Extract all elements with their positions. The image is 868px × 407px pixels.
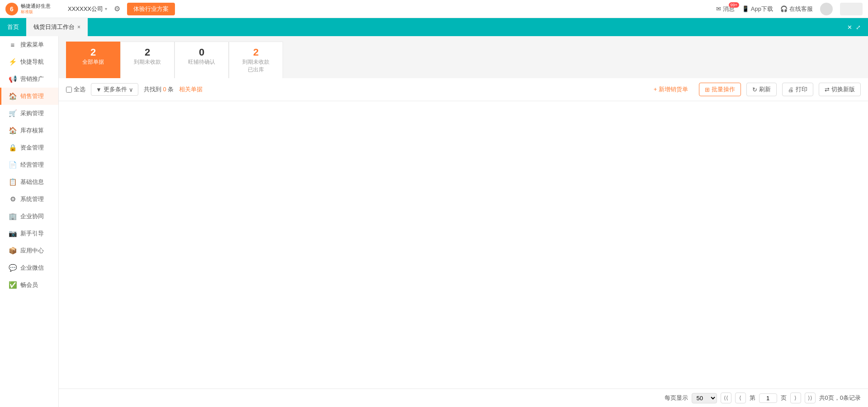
home-tab-label: 首页 bbox=[7, 23, 19, 31]
cooperation-icon: 🏢 bbox=[9, 212, 17, 220]
footer-pagination: 每页显示 50 20 100 ⟨⟨ ⟨ 第 页 ⟩ ⟩⟩ 共0页，0条记录 bbox=[59, 388, 868, 407]
select-all-input[interactable] bbox=[66, 87, 72, 93]
app-download-item[interactable]: 📱 App下载 bbox=[742, 5, 773, 13]
next-page-btn[interactable]: ⟩ bbox=[790, 393, 801, 403]
sidebar: ≡ 搜索菜单 ⚡ 快捷导航 📢 营销推广 🏠 销售管理 🛒 采购管理 🏠 库存核… bbox=[0, 36, 59, 407]
print-btn[interactable]: 🖨 打印 bbox=[782, 83, 813, 96]
main-layout: ≡ 搜索菜单 ⚡ 快捷导航 📢 营销推广 🏠 销售管理 🛒 采购管理 🏠 库存核… bbox=[0, 36, 868, 407]
sidebar-member-label: 畅会员 bbox=[20, 281, 38, 289]
switch-label: 切换新版 bbox=[831, 85, 855, 94]
sidebar-purchase-label: 采购管理 bbox=[20, 109, 44, 117]
stats-tab-overdue[interactable]: 2 到期未收款 bbox=[120, 42, 175, 78]
stats-tab-out-stock[interactable]: 2 到期未收款 已出库 bbox=[229, 42, 283, 78]
chevron-down-icon: ▾ bbox=[105, 6, 107, 11]
tab-expand-controls: ✕ ⤢ bbox=[847, 18, 868, 36]
stats-out-stock-count: 2 bbox=[238, 47, 274, 58]
tab-close-icon[interactable]: × bbox=[77, 24, 80, 30]
sidebar-item-capital[interactable]: 🔒 资金管理 bbox=[0, 139, 58, 156]
inventory-icon: 🏠 bbox=[9, 126, 17, 135]
sidebar-item-basic-info[interactable]: 📋 基础信息 bbox=[0, 173, 58, 191]
avatar[interactable] bbox=[820, 3, 833, 15]
system-icon: ⚙ bbox=[9, 195, 17, 203]
batch-op-btn[interactable]: ⊞ 批量操作 bbox=[699, 83, 741, 96]
trial-btn[interactable]: 体验行业方案 bbox=[127, 3, 175, 15]
toolbar: 全选 ▼ 更多条件 ∨ 共找到 0 条 相关单据 + 新增销货单 ⊞ 批 bbox=[59, 78, 868, 101]
logo-text-area: 畅捷通好生意 标准版 bbox=[21, 3, 51, 15]
marketing-icon: 📢 bbox=[9, 75, 17, 83]
close-window-icon[interactable]: ✕ bbox=[847, 24, 852, 31]
stats-overdue-label: 到期未收款 bbox=[130, 58, 165, 66]
filter-label: 更多条件 bbox=[104, 85, 127, 94]
switch-version-btn[interactable]: ⇄ 切换新版 bbox=[819, 83, 861, 96]
print-label: 打印 bbox=[796, 85, 807, 94]
select-all-checkbox[interactable]: 全选 bbox=[66, 85, 85, 94]
company-selector[interactable]: XXXXXX公司 ▾ bbox=[64, 5, 111, 13]
tab-workbench[interactable]: 钱货日清工作台 × bbox=[26, 18, 88, 36]
page-number-input[interactable] bbox=[759, 393, 777, 403]
online-service-item[interactable]: 🎧 在线客服 bbox=[780, 5, 813, 13]
maximize-icon[interactable]: ⤢ bbox=[856, 24, 861, 31]
company-name: XXXXXX公司 bbox=[68, 5, 103, 13]
stats-wangwang-count: 0 bbox=[184, 47, 219, 58]
sidebar-item-cooperation[interactable]: 🏢 企业协同 bbox=[0, 208, 58, 225]
sidebar-item-apps[interactable]: 📦 应用中心 bbox=[0, 242, 58, 259]
sidebar-item-operation[interactable]: 📄 经营管理 bbox=[0, 156, 58, 173]
sidebar-inventory-label: 库存核算 bbox=[20, 126, 44, 135]
sidebar-item-wechat[interactable]: 💬 企业微信 bbox=[0, 259, 58, 276]
page-suffix: 页 bbox=[781, 394, 787, 402]
logo-icon: 6 bbox=[5, 3, 18, 15]
stats-tab-wangwang[interactable]: 0 旺辅待确认 bbox=[175, 42, 229, 78]
user-name bbox=[840, 3, 863, 15]
logo-badge: 标准版 bbox=[21, 9, 51, 15]
sidebar-item-quick-nav[interactable]: ⚡ 快捷导航 bbox=[0, 53, 58, 70]
headset-icon: 🎧 bbox=[780, 5, 788, 12]
refresh-btn[interactable]: ↻ 刷新 bbox=[746, 83, 777, 96]
sidebar-item-system[interactable]: ⚙ 系统管理 bbox=[0, 191, 58, 208]
stats-out-stock-label: 到期未收款 已出库 bbox=[238, 58, 274, 74]
found-count: 0 bbox=[163, 86, 166, 93]
sidebar-item-search[interactable]: ≡ 搜索菜单 bbox=[0, 36, 58, 53]
topbar: 6 畅捷通好生意 标准版 XXXXXX公司 ▾ ⚙ 体验行业方案 ✉ 消息 99… bbox=[0, 0, 868, 18]
new-sales-btn[interactable]: + 新增销货单 bbox=[648, 83, 693, 96]
first-page-btn[interactable]: ⟨⟨ bbox=[721, 393, 731, 403]
stats-tab-all[interactable]: 2 全部单据 bbox=[66, 42, 120, 78]
sidebar-item-marketing[interactable]: 📢 营销推广 bbox=[0, 70, 58, 88]
last-page-btn[interactable]: ⟩⟩ bbox=[805, 393, 816, 403]
toolbar-right: + 新增销货单 ⊞ 批量操作 ↻ 刷新 🖨 打印 ⇄ 切换新版 bbox=[648, 83, 861, 96]
settings-icon[interactable]: ⚙ bbox=[111, 3, 123, 15]
wechat-icon: 💬 bbox=[9, 264, 17, 272]
total-info: 共0页，0条记录 bbox=[819, 394, 861, 402]
page-label: 第 bbox=[750, 394, 755, 402]
batch-icon: ⊞ bbox=[705, 86, 710, 93]
switch-icon: ⇄ bbox=[825, 86, 830, 93]
phone-icon: 📱 bbox=[742, 5, 749, 12]
sidebar-wechat-label: 企业微信 bbox=[20, 264, 44, 272]
sidebar-capital-label: 资金管理 bbox=[20, 144, 44, 152]
stats-all-label: 全部单据 bbox=[75, 58, 111, 66]
apps-icon: 📦 bbox=[9, 247, 17, 255]
prev-page-btn[interactable]: ⟨ bbox=[735, 393, 746, 403]
tab-home[interactable]: 首页 bbox=[0, 18, 26, 36]
stats-tabs: 2 全部单据 2 到期未收款 0 旺辅待确认 2 到期未收款 已出库 bbox=[59, 36, 868, 78]
sidebar-item-inventory[interactable]: 🏠 库存核算 bbox=[0, 122, 58, 139]
print-icon: 🖨 bbox=[788, 86, 794, 93]
sidebar-item-purchase[interactable]: 🛒 采购管理 bbox=[0, 105, 58, 122]
topbar-right: ✉ 消息 99+ 📱 App下载 🎧 在线客服 bbox=[716, 3, 863, 15]
filter-icon: ▼ bbox=[96, 86, 102, 93]
per-page-label: 每页显示 bbox=[665, 394, 688, 402]
per-page-select[interactable]: 50 20 100 bbox=[692, 393, 717, 403]
search-icon: ≡ bbox=[9, 41, 17, 49]
guide-icon: 📷 bbox=[9, 229, 17, 238]
content-area: 2 全部单据 2 到期未收款 0 旺辅待确认 2 到期未收款 已出库 bbox=[59, 36, 868, 407]
sidebar-item-member[interactable]: ✅ 畅会员 bbox=[0, 276, 58, 294]
filter-button[interactable]: ▼ 更多条件 ∨ bbox=[91, 83, 138, 96]
message-item[interactable]: ✉ 消息 99+ bbox=[716, 5, 735, 13]
quick-nav-icon: ⚡ bbox=[9, 58, 17, 66]
batch-label: 批量操作 bbox=[712, 85, 735, 94]
sidebar-basic-info-label: 基础信息 bbox=[20, 178, 44, 186]
sidebar-item-sales[interactable]: 🏠 销售管理 bbox=[0, 88, 58, 105]
sidebar-item-guide[interactable]: 📷 新手引导 bbox=[0, 225, 58, 242]
refresh-label: 刷新 bbox=[759, 85, 771, 94]
related-docs-link[interactable]: 相关单据 bbox=[179, 85, 203, 94]
message-icon: ✉ bbox=[716, 5, 721, 12]
